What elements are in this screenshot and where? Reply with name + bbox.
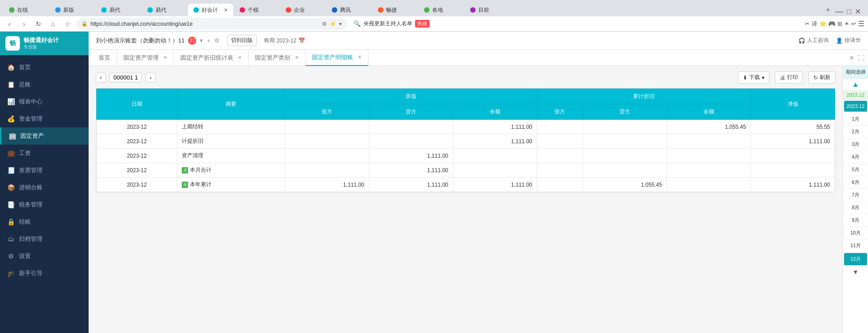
period-month-10[interactable]: 10月 xyxy=(843,227,868,239)
close-panel-icon[interactable]: ✕ xyxy=(849,54,854,61)
app-tab-close-depreciation-table[interactable]: ✕ xyxy=(238,55,242,61)
period-month-5[interactable]: 5月 xyxy=(843,164,868,176)
period-month-11[interactable]: 11月 xyxy=(843,239,868,252)
maximize-button[interactable]: □ xyxy=(847,8,851,16)
nav-icon-guide: 🎓 xyxy=(7,270,14,277)
browser-tab-tab6[interactable]: 个税 xyxy=(234,4,279,16)
page-number[interactable]: 000001 1 xyxy=(109,73,142,82)
wallet-icon[interactable]: ⭐ xyxy=(819,20,826,27)
add-company-icon[interactable]: + xyxy=(207,37,210,44)
bookmark-button[interactable]: ☆ xyxy=(61,18,73,30)
sidebar-item-settings[interactable]: ⚙ 设置 xyxy=(0,248,89,265)
minimize-button[interactable]: — xyxy=(835,7,843,16)
nav-icon-closing: 🔒 xyxy=(7,218,14,225)
app-tab-asset-ledger[interactable]: 固定资产明细账 ✕ xyxy=(306,50,368,66)
sidebar-item-funds[interactable]: 💰 资金管理 xyxy=(0,110,89,127)
menu-icon[interactable]: ☰ xyxy=(858,19,864,28)
col-date: 日期 xyxy=(97,89,177,120)
period-month-9[interactable]: 9月 xyxy=(843,214,868,227)
lightning-icon[interactable]: ⚡ xyxy=(330,21,336,27)
scissors-icon[interactable]: ✂ xyxy=(805,20,810,27)
translate-icon[interactable]: 译 xyxy=(811,20,817,28)
period-month-1[interactable]: 1月 xyxy=(843,113,868,126)
app-tab-fixed-assets-mgmt[interactable]: 固定资产管理 ✕ xyxy=(117,50,174,66)
browser-settings-icon[interactable]: ⚙ xyxy=(322,21,327,27)
period-value: 2023-12 xyxy=(277,38,297,44)
sidebar-item-inventory[interactable]: 📦 进销台账 xyxy=(0,179,89,196)
sidebar-item-reports[interactable]: 📊 报表中心 xyxy=(0,93,89,110)
dropdown-arrow[interactable]: ▾ xyxy=(200,37,203,44)
calendar-icon[interactable]: 📅 xyxy=(298,38,305,44)
app-tab-home[interactable]: 首页 xyxy=(92,50,117,66)
search-text: 央视更新主持人名单 xyxy=(363,20,412,28)
period-scroll-up[interactable]: ▲ xyxy=(843,79,868,90)
home-button[interactable]: ⌂ xyxy=(47,18,59,30)
browser-tab-tab5[interactable]: 好会计 ✕ xyxy=(188,4,233,16)
nav-label-fixed-assets: 固定资产 xyxy=(20,132,44,140)
sidebar-item-archive[interactable]: 🗂 归档管理 xyxy=(0,230,89,248)
sidebar-item-home[interactable]: 🏠 首页 xyxy=(0,59,89,76)
period-month-8[interactable]: 8月 xyxy=(843,202,868,214)
browser-tab-tab11[interactable]: 目前 xyxy=(465,4,510,16)
period-month-3[interactable]: 3月 xyxy=(843,138,868,151)
switch-version-button[interactable]: 切到旧版 xyxy=(227,35,257,46)
app-tab-asset-category[interactable]: 固定资产类别 ✕ xyxy=(249,50,306,66)
period-month-7[interactable]: 7月 xyxy=(843,189,868,202)
browser-tab-tab9[interactable]: 畅捷 xyxy=(373,4,418,16)
app-tab-close-fixed-assets-mgmt[interactable]: ✕ xyxy=(163,55,167,61)
sidebar-item-closing[interactable]: 🔒 结账 xyxy=(0,213,89,230)
browser-tab-tab8[interactable]: 腾讯 xyxy=(326,4,372,16)
sidebar-item-salary[interactable]: 💼 工资 xyxy=(0,145,89,162)
sidebar-item-invoice[interactable]: 🧾 发票管理 xyxy=(0,162,89,179)
back-button[interactable]: ‹ xyxy=(4,18,15,30)
address-bar[interactable]: 🔒 https://cloud.chanjet.com/accounting/u… xyxy=(76,18,347,30)
sidebar-item-fixed-assets[interactable]: 🏢 固定资产 xyxy=(0,127,89,145)
user-button[interactable]: 👤 徐译华 xyxy=(836,37,861,44)
period-month-2023-12[interactable]: 2023.12 xyxy=(844,101,867,112)
period-month-4[interactable]: 4月 xyxy=(843,151,868,164)
browser-tab-tab1[interactable]: 在线 xyxy=(4,4,49,16)
period-month-2[interactable]: 2月 xyxy=(843,126,868,138)
prev-page-button[interactable]: ‹ xyxy=(96,73,106,83)
period-month-6[interactable]: 6月 xyxy=(843,176,868,189)
reload-button[interactable]: ↻ xyxy=(33,18,44,30)
period-selected[interactable]: 2023.12 xyxy=(843,90,868,100)
undo-icon[interactable]: ↩ xyxy=(851,20,856,27)
grid-icon[interactable]: ⊞ xyxy=(837,20,842,27)
tab-close-icon[interactable]: ✕ xyxy=(224,7,228,13)
period-month-12[interactable]: 12月 xyxy=(844,253,867,266)
app-tab-close-asset-ledger[interactable]: ✕ xyxy=(358,54,362,60)
cell-date: 2023-12 xyxy=(97,178,177,192)
browser-tab-tab4[interactable]: 易代 xyxy=(142,4,187,16)
browser-tab-tab7[interactable]: 企业 xyxy=(280,4,326,16)
game-icon[interactable]: 🎮 xyxy=(828,20,835,27)
cell-dep-debit xyxy=(537,120,583,134)
print-button[interactable]: 🖨 打印 xyxy=(775,71,803,84)
col-dep-debit: 借方 xyxy=(537,104,583,120)
brightness-icon[interactable]: ☀ xyxy=(844,20,849,27)
sidebar-item-guide[interactable]: 🎓 新手引导 xyxy=(0,265,89,282)
app-tab-close-asset-category[interactable]: ✕ xyxy=(295,55,299,61)
sidebar-item-ledger[interactable]: 📋 总账 xyxy=(0,76,89,93)
close-button[interactable]: ✕ xyxy=(855,7,861,16)
app-tab-depreciation-table[interactable]: 固定资产折旧统计表 ✕ xyxy=(174,50,249,66)
period-scroll-down[interactable]: ▼ xyxy=(843,267,868,277)
browser-tab-tab10[interactable]: 各地 xyxy=(419,4,464,16)
browser-tab-tab3[interactable]: 易代 xyxy=(96,4,141,16)
sidebar-item-tax[interactable]: 📑 税务管理 xyxy=(0,196,89,213)
new-tab-button[interactable]: + xyxy=(821,4,834,16)
refresh-label: 刷新 xyxy=(820,74,830,81)
cell-orig-balance: 1,111.00 xyxy=(453,178,537,192)
download-button[interactable]: ⬇ 下载 ▾ xyxy=(738,71,769,84)
refresh-button[interactable]: ↻ 刷新 xyxy=(808,71,835,84)
support-button[interactable]: 🎧 人工咨询 xyxy=(798,37,829,44)
dropdown-icon[interactable]: ▾ xyxy=(339,21,342,27)
settings-icon[interactable]: ⚙ xyxy=(214,37,220,44)
forward-button[interactable]: › xyxy=(18,18,30,30)
nav-icon-invoice: 🧾 xyxy=(7,167,14,174)
browser-tab-tab2[interactable]: 新版 xyxy=(50,4,95,16)
hot-search-label[interactable]: 热搜 xyxy=(415,20,429,28)
next-page-button[interactable]: › xyxy=(146,73,156,83)
col-dep-credit: 贷方 xyxy=(583,104,667,120)
fullscreen-icon[interactable]: ⛶ xyxy=(858,54,864,61)
